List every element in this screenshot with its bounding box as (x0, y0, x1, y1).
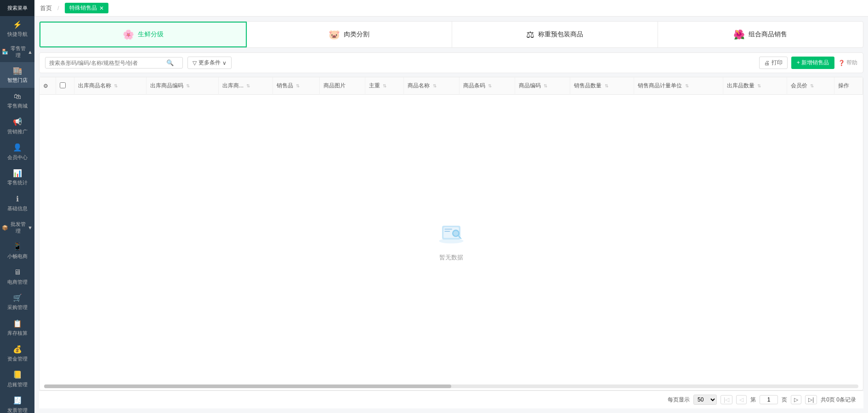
th-out-qty[interactable]: 出库品数量 ⇅ (723, 77, 787, 95)
th-sales-unit[interactable]: 销售商品计量单位 ⇅ (634, 77, 723, 95)
help-icon: ❓ (838, 60, 845, 66)
table-head: ⚙ 出库商品名称 ⇅ 出库商品编码 ⇅ 出库商. (40, 77, 863, 95)
prev-page-button[interactable]: ◁ (736, 395, 747, 404)
select-all-checkbox[interactable] (60, 82, 66, 88)
th-settings[interactable]: ⚙ (40, 77, 56, 95)
tab-label: 特殊销售品 (69, 4, 97, 12)
sidebar-item-basic-info[interactable]: ℹ 基础信息 (0, 190, 34, 216)
th-goods-barcode[interactable]: 商品条码 ⇅ (459, 77, 515, 95)
page-number-input[interactable] (760, 395, 778, 404)
th-goods-name[interactable]: 商品名称 ⇅ (404, 77, 460, 95)
sidebar-item-smart-store[interactable]: 🏬 智慧门店 (0, 62, 34, 88)
sidebar-item-inventory[interactable]: 📋 库存核算 (0, 315, 34, 341)
svg-rect-7 (444, 231, 450, 232)
expand-icon: ▲ (28, 49, 33, 55)
next-page-button[interactable]: ▷ (791, 395, 801, 404)
invoice-icon: 🧾 (13, 396, 22, 406)
table-wrapper: ⚙ 出库商品名称 ⇅ 出库商品编码 ⇅ 出库商. (39, 77, 863, 390)
search-box[interactable]: 🔍 (45, 57, 183, 69)
tab-fresh-grade[interactable]: 🌸 生鲜分级 (40, 22, 247, 47)
sidebar-item-label: 资金管理 (7, 356, 28, 362)
sidebar-item-label: 零售商城 (7, 103, 28, 109)
th-checkbox[interactable] (56, 77, 74, 95)
sidebar-item-ecom-mgmt[interactable]: 🖥 电商管理 (0, 264, 34, 289)
sidebar-item-label: 总账管理 (7, 381, 28, 388)
inventory-icon: 📋 (13, 319, 22, 329)
sort-icon: ⇅ (488, 83, 492, 88)
last-page-button[interactable]: ▷| (805, 395, 817, 404)
breadcrumb-separator: / (57, 5, 59, 11)
sort-icon: ⇅ (246, 83, 250, 88)
add-label: + 新增销售品 (797, 59, 829, 67)
breadcrumb: 首页 (40, 4, 52, 12)
tab-weight-pack[interactable]: ⚖ 称重预包装商品 (452, 22, 658, 47)
tab-meat-cut[interactable]: 🐷 肉类分割 (247, 22, 453, 47)
print-label: 打印 (772, 59, 783, 67)
sidebar-item-member[interactable]: 👤 会员中心 (0, 139, 34, 165)
sort-icon: ⇅ (810, 83, 814, 88)
per-page-select[interactable]: 50 10 20 100 (693, 395, 717, 405)
sidebar-item-mini-ecom[interactable]: 📱 小畅电商 (0, 238, 34, 264)
print-button[interactable]: 🖨 打印 (759, 57, 788, 69)
sort-icon: ⇅ (544, 83, 547, 88)
sidebar-item-retail-mgmt[interactable]: 🏪 零售管理 ▲ (0, 42, 34, 62)
purchase-icon: 🛒 (13, 293, 22, 303)
horizontal-scrollbar[interactable] (44, 384, 858, 388)
th-out-goods-name[interactable]: 出库商品名称 ⇅ (74, 77, 146, 95)
sidebar-item-marketing[interactable]: 📢 营销推广 (0, 113, 34, 139)
filter-icon: ▽ (193, 60, 197, 66)
combo-sales-icon: 🌺 (733, 29, 745, 40)
sidebar-item-label: 库存核算 (7, 330, 28, 337)
th-out-goods-spec[interactable]: 出库商... ⇅ (218, 77, 272, 95)
collapse-icon: ▼ (28, 225, 33, 230)
data-table: ⚙ 出库商品名称 ⇅ 出库商品编码 ⇅ 出库商. (40, 77, 863, 95)
toolbar-right: 🖨 打印 + 新增销售品 ❓ 帮助 (759, 57, 857, 69)
sort-icon: ⇅ (685, 83, 689, 88)
sort-icon: ⇅ (383, 83, 386, 88)
sidebar-item-label: 零售管理 (10, 45, 26, 59)
sidebar-item-retail-stats[interactable]: 📊 零售统计 (0, 165, 34, 190)
quick-nav-icon: ⚡ (13, 20, 22, 30)
sidebar-item-invoice[interactable]: 🧾 发票管理 (0, 392, 34, 413)
sort-icon: ⇅ (433, 83, 437, 88)
tab-combo-sales[interactable]: 🌺 组合商品销售 (658, 22, 863, 47)
search-input[interactable] (49, 60, 164, 66)
th-sales-goods[interactable]: 销售品 ⇅ (272, 77, 319, 95)
scrollbar-thumb[interactable] (44, 384, 451, 388)
th-main-weight[interactable]: 主重 ⇅ (365, 77, 404, 95)
th-out-goods-code[interactable]: 出库商品编码 ⇅ (146, 77, 218, 95)
sidebar-item-retail-mall[interactable]: 🛍 零售商城 (0, 88, 34, 114)
sidebar-item-wholesale[interactable]: 📦 批发管理 ▼ (0, 218, 34, 238)
tab-fresh-grade-label: 生鲜分级 (138, 30, 164, 39)
sort-icon: ⇅ (186, 83, 190, 88)
sidebar-item-label: 电商管理 (7, 279, 28, 286)
help-button[interactable]: ❓ 帮助 (838, 59, 857, 67)
first-page-button[interactable]: |◁ (720, 395, 732, 404)
finance-icon: 💰 (13, 344, 22, 355)
filter-button[interactable]: ▽ 更多条件 ∨ (187, 57, 232, 69)
retail-mall-icon: 🛍 (14, 92, 21, 102)
sidebar-item-quick-nav[interactable]: ⚡ 快捷导航 (0, 16, 34, 42)
ecom-mgmt-icon: 🖥 (14, 267, 21, 277)
search-icon: 🔍 (166, 59, 174, 66)
retail-stats-icon: 📊 (13, 168, 22, 178)
fresh-grade-icon: 🌸 (123, 29, 134, 40)
empty-text: 暂无数据 (439, 253, 463, 262)
th-ops: 操作 (834, 77, 862, 95)
th-goods-code[interactable]: 商品编码 ⇅ (515, 77, 570, 95)
page-label-suffix: 页 (782, 396, 787, 404)
add-button[interactable]: + 新增销售品 (791, 57, 834, 69)
sidebar-item-label: 营销推广 (7, 128, 28, 135)
help-label: 帮助 (846, 59, 857, 67)
th-member-price[interactable]: 会员价 ⇅ (787, 77, 834, 95)
tab-close-icon[interactable]: ✕ (99, 5, 104, 11)
sidebar-item-finance[interactable]: 💰 资金管理 (0, 341, 34, 367)
th-sales-qty[interactable]: 销售品数量 ⇅ (570, 77, 634, 95)
sidebar-item-label: 批发管理 (10, 221, 26, 235)
sidebar-item-purchase[interactable]: 🛒 采购管理 (0, 289, 34, 315)
sidebar-item-general-ledger[interactable]: 📒 总账管理 (0, 366, 34, 392)
marketing-icon: 📢 (13, 117, 22, 127)
print-icon: 🖨 (764, 60, 770, 66)
active-tab[interactable]: 特殊销售品 ✕ (65, 3, 108, 13)
sort-icon: ⇅ (605, 83, 608, 88)
